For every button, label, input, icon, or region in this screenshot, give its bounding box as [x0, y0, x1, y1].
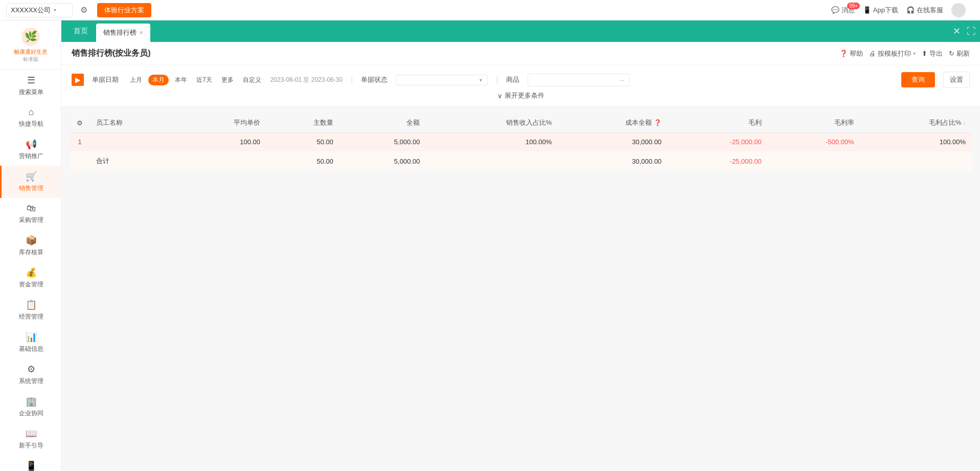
help-icon: ❓ [839, 50, 848, 57]
sidebar-item-quick-nav[interactable]: ⌂ 快捷导航 [0, 102, 61, 133]
col-gross-profit: 毛利 [668, 113, 768, 133]
footer-gross-pct [860, 151, 972, 171]
operations-icon: 📋 [26, 299, 37, 310]
print-button[interactable]: 🖨 按模板打印 ▾ [869, 49, 916, 58]
footer-sales-pct [426, 151, 558, 171]
sidebar-item-search-orders[interactable]: ☰ 搜索菜单 [0, 70, 61, 102]
sidebar-item-label: 基础信息 [19, 345, 43, 353]
table-footer: 合计 50.00 5,000.00 30,000.00 -25,000.00 [70, 151, 972, 171]
content-area: 首页 销售排行榜 × ✕ ⛶ 销售排行榜(按业务员) ❓ 帮助 [61, 20, 980, 471]
help-button[interactable]: ❓ 帮助 [839, 49, 863, 58]
cell-gross-pct: 100.00% [860, 133, 972, 151]
online-service-button[interactable]: 🎧 在线客服 [906, 6, 943, 15]
date-opt-this-year[interactable]: 本年 [172, 75, 190, 85]
col-cost-amount: 成本全额 ❓ [558, 113, 668, 133]
expand-chevron-icon: ∨ [497, 92, 503, 100]
print-chevron: ▾ [913, 51, 916, 56]
cost-help-icon[interactable]: ❓ [654, 119, 662, 126]
sidebar-item-label: 企业协同 [19, 409, 43, 418]
app-icon: 📱 [863, 6, 871, 14]
top-header: XXXXXX公司 ▾ ⚙ 体验行业方案 💬 消息 99+ 📱 App下载 🎧 在… [0, 0, 980, 20]
service-label: 在线客服 [917, 6, 943, 15]
refresh-button[interactable]: ↻ 刷新 [949, 49, 970, 58]
purchase-icon: 🛍 [27, 203, 36, 214]
sidebar-item-enterprise[interactable]: 🏢 企业协同 [0, 391, 61, 423]
sidebar-item-label: 系统管理 [19, 377, 43, 386]
tab-close-icon[interactable]: × [140, 29, 143, 36]
query-button[interactable]: 查询 [901, 72, 935, 87]
tab-sales-ranking[interactable]: 销售排行榜 × [96, 24, 150, 42]
date-opt-prev-month[interactable]: 上月 [127, 75, 145, 85]
status-filter-label: 单据状态 [361, 75, 388, 84]
marketing-icon: 📢 [26, 139, 37, 150]
chevron-down-icon: ▾ [54, 7, 56, 13]
page-header: 销售排行榜(按业务员) ❓ 帮助 🖨 按模板打印 ▾ ⬆ 导出 [61, 42, 980, 65]
sidebar-item-finance[interactable]: 💰 资金管理 [0, 262, 61, 294]
sidebar-item-label: 新手引导 [19, 441, 43, 450]
main-layout: 🌿 畅康通好生意 标准版 ☰ 搜索菜单 ⌂ 快捷导航 📢 营销推广 🛒 销售管理… [0, 20, 980, 471]
col-settings[interactable]: ⚙ [70, 113, 90, 133]
app-download-button[interactable]: 📱 App下载 [863, 6, 898, 15]
sidebar-item-sales[interactable]: 🛒 销售管理 [0, 166, 61, 198]
sidebar-item-app-center[interactable]: 📱 应用中心 [0, 455, 61, 471]
sidebar-item-guide[interactable]: 📖 新手引导 [0, 423, 61, 455]
avatar[interactable] [951, 3, 966, 17]
sidebar-item-label: 采购管理 [19, 216, 43, 225]
company-selector[interactable]: XXXXXX公司 ▾ [6, 3, 73, 17]
export-button[interactable]: ⬆ 导出 [922, 49, 943, 58]
date-opt-last-7-days[interactable]: 近7天 [193, 75, 215, 85]
sidebar-item-basic-info[interactable]: 📊 基础信息 [0, 326, 61, 358]
page-actions: ❓ 帮助 🖨 按模板打印 ▾ ⬆ 导出 ↻ 刷新 [839, 49, 970, 58]
footer-empty-1 [70, 151, 90, 171]
export-label: 导出 [929, 49, 943, 58]
company-name: XXXXXX公司 [11, 6, 51, 15]
app-center-icon: 📱 [26, 460, 37, 471]
sidebar-item-operations[interactable]: 📋 经营管理 [0, 294, 61, 326]
cell-gross-rate: -500.00% [768, 133, 860, 151]
filter-row-1: ▶ 单据日期 上月 本月 本年 近7天 更多 自定义 2023-06-01 至 … [72, 72, 970, 88]
goods-select[interactable]: ··· [528, 74, 630, 86]
sidebar-item-label: 经营管理 [19, 312, 43, 321]
cell-avg-price: 100.00 [178, 133, 267, 151]
date-opt-custom[interactable]: 自定义 [240, 75, 264, 85]
date-opt-this-month[interactable]: 本月 [148, 75, 169, 85]
window-close-btn[interactable]: ✕ [953, 26, 961, 37]
sidebar-item-system[interactable]: ⚙ 系统管理 [0, 358, 61, 391]
message-button[interactable]: 💬 消息 99+ [831, 6, 855, 15]
sidebar-item-label: 快捷导航 [19, 120, 43, 128]
tab-label: 销售排行榜 [103, 28, 136, 37]
logo-sub: 标准版 [23, 56, 38, 63]
sidebar-item-purchase[interactable]: 🛍 采购管理 [0, 198, 61, 230]
sidebar-item-label: 库存核算 [19, 248, 43, 257]
home-icon: ⌂ [29, 107, 34, 118]
sidebar: 🌿 畅康通好生意 标准版 ☰ 搜索菜单 ⌂ 快捷导航 📢 营销推广 🛒 销售管理… [0, 20, 61, 471]
col-main-qty: 主数量 [266, 113, 339, 133]
logo-icon: 🌿 [20, 27, 41, 47]
trial-button[interactable]: 体验行业方案 [97, 3, 151, 17]
filter-toggle-btn[interactable]: ▶ [72, 74, 84, 86]
col-total-amount: 全额 [339, 113, 426, 133]
tab-bar: 首页 销售排行榜 × ✕ ⛶ [61, 20, 980, 42]
cell-cost-amount: 30,000.00 [558, 133, 668, 151]
expand-more-conditions[interactable]: ∨ 展开更多条件 [72, 88, 970, 100]
goods-filter-label: 商品 [506, 75, 519, 84]
tab-home[interactable]: 首页 [65, 20, 96, 42]
footer-avg-price [178, 151, 267, 171]
print-label: 按模板打印 [878, 49, 911, 58]
sidebar-item-inventory[interactable]: 📦 库存核算 [0, 230, 61, 262]
sidebar-item-marketing[interactable]: 📢 营销推广 [0, 133, 61, 166]
cell-sales-pct: 100.00% [426, 133, 558, 151]
col-gross-rate: 毛利率 [768, 113, 860, 133]
window-maximize-btn[interactable]: ⛶ [967, 26, 976, 37]
settings-icon[interactable]: ⚙ [77, 3, 91, 17]
goods-more-icon[interactable]: ··· [619, 76, 625, 84]
date-opt-more[interactable]: 更多 [218, 75, 237, 85]
filter-divider-2: | [496, 75, 498, 84]
help-label: 帮助 [850, 49, 863, 58]
table-header: ⚙ 员工名称 平均单价 主数量 全额 销售收入占比% 成本全额 ❓ 毛利 毛利率 [70, 113, 972, 133]
basic-info-icon: 📊 [26, 331, 37, 343]
filter-settings-button[interactable]: 设置 [943, 72, 970, 88]
status-select[interactable]: ▾ [396, 75, 488, 85]
gross-pct-sort-icon[interactable]: ↕ [963, 120, 966, 126]
sidebar-logo: 🌿 畅康通好生意 标准版 [0, 20, 61, 70]
